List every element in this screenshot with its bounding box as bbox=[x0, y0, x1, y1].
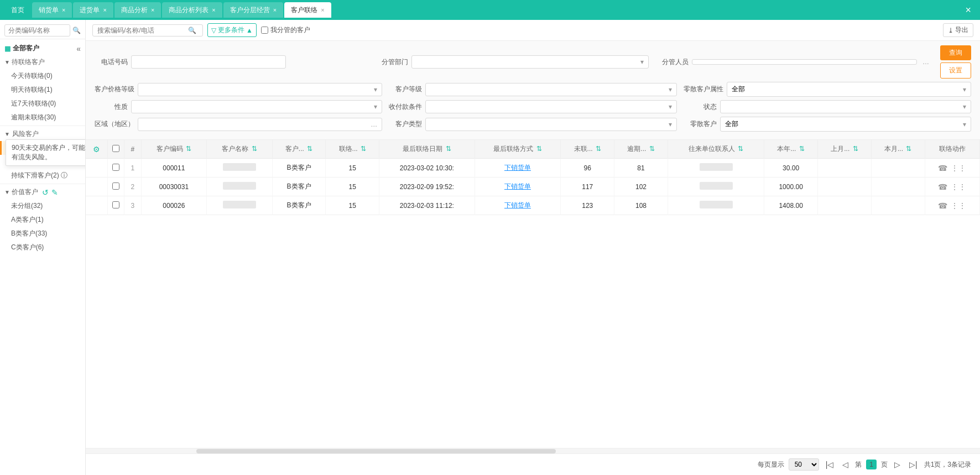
tab-analysis-list[interactable]: 商品分析列表 × bbox=[162, 2, 222, 18]
sidebar-item-class-b[interactable]: B类客户(33) bbox=[0, 227, 85, 241]
more-action-icon-2[interactable]: ⋮⋮ bbox=[951, 201, 966, 210]
edit-icon[interactable]: ✎ bbox=[51, 188, 58, 197]
settings-button[interactable]: 设置 bbox=[940, 62, 971, 79]
phone-input[interactable] bbox=[131, 55, 286, 69]
filter-search-icon[interactable]: 🔍 bbox=[188, 27, 196, 34]
th-no-contact[interactable]: 未联... ⇅ bbox=[561, 140, 614, 159]
sidebar-item-ungrouped[interactable]: 未分组(32) bbox=[0, 199, 85, 213]
sidebar-item-declining[interactable]: 持续下滑客户(2) ⓘ bbox=[0, 169, 85, 182]
filter-row-2: 客户价格等级 ▾ 客户等级 ▾ 零散客户属性 全部 bbox=[95, 82, 971, 97]
refresh-icon[interactable]: ↺ bbox=[42, 188, 49, 197]
gender-arrow: ▾ bbox=[374, 103, 377, 111]
tab-sales-label: 销货单 bbox=[39, 6, 59, 15]
td-last-contact-type-2[interactable]: 下销货单 bbox=[475, 196, 561, 215]
my-customers-checkbox[interactable] bbox=[261, 27, 268, 34]
tab-analysis-list-close[interactable]: × bbox=[212, 7, 215, 13]
retail-customer-select[interactable]: 全部 ▾ bbox=[720, 117, 971, 132]
retail-attr-select[interactable]: 全部 ▾ bbox=[727, 82, 971, 97]
page-nav-last[interactable]: ▷| bbox=[907, 459, 920, 470]
horizontal-scrollbar[interactable] bbox=[86, 448, 980, 453]
more-action-icon-0[interactable]: ⋮⋮ bbox=[951, 164, 966, 173]
sidebar-item-class-c[interactable]: C类客户(6) bbox=[0, 241, 85, 254]
dept-select[interactable]: ▾ bbox=[411, 55, 649, 69]
status-select[interactable]: ▾ bbox=[720, 100, 971, 113]
tab-analysis-close[interactable]: × bbox=[151, 7, 154, 13]
tab-sales[interactable]: 销货单 × bbox=[32, 2, 72, 18]
tab-customer-segment[interactable]: 客户分层经营 × bbox=[223, 2, 283, 18]
filter-search-input[interactable] bbox=[97, 27, 186, 34]
payment-select[interactable]: ▾ bbox=[425, 100, 676, 113]
customer-grade-select[interactable]: ▾ bbox=[138, 83, 382, 96]
per-page-select[interactable]: 50 100 200 bbox=[789, 458, 819, 471]
phone-action-icon-0[interactable]: ☎ bbox=[938, 164, 947, 173]
region-select[interactable]: … bbox=[138, 118, 382, 131]
td-last-contact-type-1[interactable]: 下销货单 bbox=[475, 178, 561, 196]
customer-type-select[interactable]: ▾ bbox=[425, 118, 676, 131]
name-blurred-1 bbox=[223, 182, 256, 190]
td-last-month-0 bbox=[818, 159, 872, 178]
table-row: 2 00030031 B类客户 15 2023-02-09 19:52: 下销货… bbox=[86, 178, 980, 196]
th-last-contact-date[interactable]: 最后联络日期 ⇅ bbox=[379, 140, 475, 159]
sidebar-item-overdue[interactable]: 逾期未联络(30) bbox=[0, 111, 85, 124]
sidebar-section-value[interactable]: ▼ 价值客户 ↺ ✎ bbox=[0, 185, 85, 199]
region-more-icon[interactable]: … bbox=[371, 121, 377, 128]
tab-customer-contact-close[interactable]: × bbox=[321, 7, 324, 13]
tab-customer-segment-close[interactable]: × bbox=[273, 7, 277, 13]
contact-type-link-2[interactable]: 下销货单 bbox=[504, 201, 531, 209]
sidebar-section-risk[interactable]: ▼ 风险客户 90天未交易的客户，可能有流失风险。 bbox=[0, 127, 85, 141]
sidebar-search-input[interactable] bbox=[4, 24, 70, 36]
th-type[interactable]: 客户... ⇅ bbox=[272, 140, 326, 159]
sidebar-section-pending[interactable]: ▼ 待联络客户 bbox=[0, 55, 85, 69]
tab-purchase[interactable]: 进货单 × bbox=[73, 2, 113, 18]
td-last-contact-date-1: 2023-02-09 19:52: bbox=[379, 178, 475, 196]
th-this-year[interactable]: 本年... ⇅ bbox=[764, 140, 818, 159]
th-overdue[interactable]: 逾期... ⇅ bbox=[614, 140, 668, 159]
window-close-icon[interactable]: × bbox=[961, 4, 976, 16]
page-nav-next[interactable]: ▷ bbox=[892, 459, 903, 470]
th-code[interactable]: 客户编码 ⇅ bbox=[141, 140, 207, 159]
export-btn[interactable]: ⤓ 导出 bbox=[943, 23, 973, 37]
contact-type-link-0[interactable]: 下销货单 bbox=[504, 164, 531, 171]
tab-analysis[interactable]: 商品分析 × bbox=[114, 2, 161, 18]
tab-home[interactable]: 首页 bbox=[4, 2, 31, 18]
query-button[interactable]: 查询 bbox=[940, 45, 971, 60]
th-settings[interactable]: ⚙ bbox=[86, 140, 108, 159]
sidebar-collapse-icon[interactable]: « bbox=[76, 44, 81, 53]
manager-select[interactable] bbox=[692, 59, 917, 65]
th-last-month[interactable]: 上月... ⇅ bbox=[818, 140, 872, 159]
sidebar-all-customers[interactable]: ▦ 全部客户 « bbox=[0, 39, 85, 55]
filter-more-btn[interactable]: ▽ 更多条件 ▲ bbox=[207, 23, 257, 37]
page-nav-prev[interactable]: ◁ bbox=[840, 459, 851, 470]
filter-my-customers[interactable]: 我分管的客户 bbox=[261, 25, 310, 35]
sidebar-item-7days[interactable]: 近7天待联络(0) bbox=[0, 97, 85, 111]
td-last-contact-type-0[interactable]: 下销货单 bbox=[475, 159, 561, 178]
sidebar-search-icon[interactable]: 🔍 bbox=[72, 27, 81, 34]
gender-select[interactable]: ▾ bbox=[131, 100, 382, 113]
row-checkbox-2[interactable] bbox=[112, 201, 119, 208]
manager-more-icon[interactable]: … bbox=[922, 58, 929, 66]
contact-type-link-1[interactable]: 下销货单 bbox=[504, 182, 531, 190]
name-blurred-0 bbox=[223, 163, 256, 171]
more-action-icon-1[interactable]: ⋮⋮ bbox=[951, 182, 966, 191]
tab-purchase-close[interactable]: × bbox=[103, 7, 106, 13]
select-all-checkbox[interactable] bbox=[112, 145, 119, 152]
th-unit-contact[interactable]: 往来单位联系人 ⇅ bbox=[668, 140, 764, 159]
row-checkbox-1[interactable] bbox=[112, 182, 119, 190]
th-last-contact-type[interactable]: 最后联络方式 ⇅ bbox=[475, 140, 561, 159]
th-this-month[interactable]: 本月... ⇅ bbox=[871, 140, 925, 159]
tab-customer-contact[interactable]: 客户联络 × bbox=[284, 2, 331, 18]
sidebar-item-tomorrow[interactable]: 明天待联络(1) bbox=[0, 83, 85, 97]
phone-action-icon-1[interactable]: ☎ bbox=[938, 182, 947, 191]
phone-action-icon-2[interactable]: ☎ bbox=[938, 201, 947, 210]
page-nav-first[interactable]: |◁ bbox=[823, 459, 836, 470]
customer-level-label: 客户等级 bbox=[389, 85, 422, 94]
sidebar-item-today[interactable]: 今天待联络(0) bbox=[0, 69, 85, 83]
sidebar-item-class-a[interactable]: A类客户(1) bbox=[0, 213, 85, 227]
table-settings-icon[interactable]: ⚙ bbox=[93, 145, 100, 154]
scrollbar-thumb[interactable] bbox=[196, 449, 556, 453]
customer-level-select[interactable]: ▾ bbox=[425, 83, 676, 96]
th-name[interactable]: 客户名称 ⇅ bbox=[207, 140, 273, 159]
tab-sales-close[interactable]: × bbox=[62, 7, 65, 13]
row-checkbox-0[interactable] bbox=[112, 164, 119, 171]
th-contact[interactable]: 联络... ⇅ bbox=[326, 140, 379, 159]
